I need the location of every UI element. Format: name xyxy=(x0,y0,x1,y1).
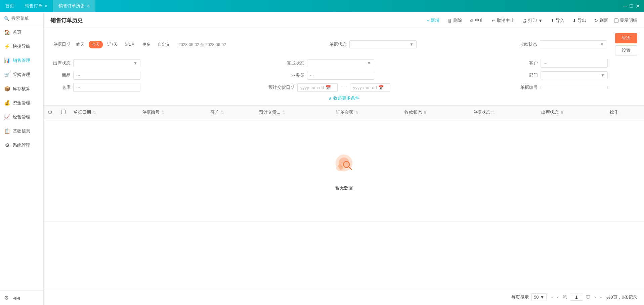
sidebar-item-sales[interactable]: 📊 销售管理 xyxy=(0,53,43,68)
customer-input[interactable]: ··· xyxy=(541,59,608,68)
page-first-button[interactable]: « xyxy=(549,294,554,300)
sidebar-settings-icon[interactable]: ⚙ xyxy=(4,295,9,301)
col-operation: 操作 xyxy=(606,106,644,119)
sidebar-item-system[interactable]: ⚙ 系统管理 xyxy=(0,138,43,152)
col-date: 单据日期 ⇅ xyxy=(70,106,138,119)
status-select[interactable]: ▼ xyxy=(349,40,417,48)
cancel-stop-button[interactable]: ↩ 取消中止 xyxy=(490,16,516,25)
status-filter-label: 单据状态 xyxy=(327,41,347,47)
sidebar-item-inventory[interactable]: 📦 库存核算 xyxy=(0,82,43,96)
date-btn-today[interactable]: 今天 xyxy=(89,41,103,48)
date-from-placeholder: yyyy-mm-dd xyxy=(300,85,324,90)
tab-sales-order-close[interactable]: ✕ xyxy=(44,4,48,8)
dept-arrow-icon: ▼ xyxy=(601,73,605,78)
dept-select[interactable]: ▼ xyxy=(541,71,608,79)
import-button[interactable]: ⬆ 导入 xyxy=(549,16,566,25)
sort-amount-icon[interactable]: ⇅ xyxy=(355,111,358,114)
col-warehouse: 出库状态 ⇅ xyxy=(537,106,606,119)
tab-home[interactable]: 首页 xyxy=(0,0,19,12)
tab-sales-order[interactable]: 销售订单 ✕ xyxy=(19,0,53,12)
page-header: 销售订单历史 + 新增 🗑 删除 ⊘ 中止 ↩ 取消中止 xyxy=(44,12,644,29)
salesperson-filter-label: 业务员 xyxy=(284,72,304,78)
calendar-to-icon[interactable]: 📅 xyxy=(378,85,384,90)
sidebar-item-shortcut[interactable]: ⚡ 快捷导航 xyxy=(0,39,43,53)
settings-button[interactable]: 设置 xyxy=(615,45,637,55)
delete-icon: 🗑 xyxy=(447,18,452,23)
table-select-all-checkbox[interactable] xyxy=(61,110,66,114)
sort-customer-icon[interactable]: ⇅ xyxy=(221,111,224,114)
sidebar-item-home[interactable]: 🏠 首页 xyxy=(0,25,43,39)
sidebar-item-basic[interactable]: 📋 基础信息 xyxy=(0,124,43,138)
empty-state-cell: 暂无数据 xyxy=(44,119,644,222)
sidebar-item-finance[interactable]: 💰 资金管理 xyxy=(0,96,43,110)
sort-expected-icon[interactable]: ⇅ xyxy=(282,111,285,114)
import-icon: ⬆ xyxy=(551,18,554,23)
salesperson-more-icon: ··· xyxy=(310,73,314,78)
sidebar-collapse-icon[interactable]: ◀◀ xyxy=(13,295,20,301)
query-button[interactable]: 查询 xyxy=(615,33,637,43)
customer-more-icon: ··· xyxy=(544,61,548,66)
receipt-select[interactable]: ▼ xyxy=(540,40,607,48)
date-btn-custom[interactable]: 自定义 xyxy=(155,41,173,48)
collapse-row[interactable]: ∧ 收起更多条件 xyxy=(50,95,637,101)
page-last-button[interactable]: » xyxy=(598,294,603,300)
page-prev-button[interactable]: ‹ xyxy=(556,294,560,300)
date-to-placeholder: yyyy-mm-dd xyxy=(353,85,377,90)
refresh-button[interactable]: ↻ 刷新 xyxy=(592,16,610,25)
date-btn-7days[interactable]: 近7天 xyxy=(104,41,121,48)
print-icon: 🖨 xyxy=(522,18,527,23)
goods-input[interactable]: ··· xyxy=(73,71,140,80)
sort-bill-icon[interactable]: ⇅ xyxy=(492,111,495,114)
date-btn-1month[interactable]: 近1月 xyxy=(122,41,138,48)
page-size-select[interactable]: 50 ▼ xyxy=(531,293,547,301)
date-btn-more[interactable]: 更多 xyxy=(139,41,154,48)
show-detail-label: 显示明细 xyxy=(620,17,637,24)
calendar-from-icon[interactable]: 📅 xyxy=(326,85,331,90)
page-next-button[interactable]: › xyxy=(593,294,597,300)
window-close-button[interactable]: ✕ xyxy=(636,3,640,9)
warehouse-filter-label: 出库状态 xyxy=(50,60,71,66)
col-customer: 客户 ⇅ xyxy=(207,106,255,119)
sort-date-icon[interactable]: ⇅ xyxy=(93,111,96,114)
empty-illustration xyxy=(329,149,359,180)
sort-no-icon[interactable]: ⇅ xyxy=(161,111,164,114)
sidebar-item-operations[interactable]: 📈 经营管理 xyxy=(0,110,43,124)
home-icon: 🏠 xyxy=(4,29,10,35)
sort-warehouse-icon[interactable]: ⇅ xyxy=(561,111,563,114)
warehouse2-input[interactable]: ··· xyxy=(73,83,140,92)
orderno-input[interactable] xyxy=(541,86,608,89)
warehouse-select[interactable]: ▼ xyxy=(73,59,140,67)
window-max-button[interactable]: □ xyxy=(630,3,633,9)
new-button[interactable]: + 新增 xyxy=(425,16,442,25)
date-to-input[interactable]: yyyy-mm-dd 📅 xyxy=(350,83,390,92)
tab-sales-history[interactable]: 销售订单历史 ✕ xyxy=(53,0,95,12)
show-detail-checkbox-label[interactable]: 显示明细 xyxy=(614,17,637,24)
empty-row: 暂无数据 xyxy=(44,119,644,222)
refresh-label: 刷新 xyxy=(599,17,608,24)
complete-select[interactable]: ▼ xyxy=(307,59,374,67)
page-number-input[interactable] xyxy=(570,294,583,301)
col-no: 单据编号 ⇅ xyxy=(138,106,207,119)
stop-button[interactable]: ⊘ 中止 xyxy=(468,16,486,25)
sidebar-search[interactable]: 🔍 搜索菜单 xyxy=(0,12,43,25)
table-settings-icon[interactable]: ⚙ xyxy=(48,109,52,115)
date-from-input[interactable]: yyyy-mm-dd 📅 xyxy=(297,83,338,92)
search-icon: 🔍 xyxy=(4,16,9,21)
col-expected: 预计交货... ⇅ xyxy=(255,106,332,119)
sort-receipt-icon[interactable]: ⇅ xyxy=(424,111,426,114)
print-button[interactable]: 🖨 打印 ▼ xyxy=(520,16,545,25)
export-button[interactable]: ⬇ 导出 xyxy=(570,16,588,25)
tab-sales-history-close[interactable]: ✕ xyxy=(87,4,90,8)
sidebar-item-purchase[interactable]: 🛒 采购管理 xyxy=(0,68,43,82)
salesperson-input[interactable]: ··· xyxy=(307,71,374,80)
date-btn-yesterday[interactable]: 昨天 xyxy=(73,41,87,48)
cancel-stop-label: 取消中止 xyxy=(497,17,514,24)
delete-button[interactable]: 🗑 删除 xyxy=(445,16,464,25)
sales-icon: 📊 xyxy=(4,58,10,64)
stop-label: 中止 xyxy=(475,17,484,24)
top-bar: 首页 销售订单 ✕ 销售订单历史 ✕ ─ □ ✕ xyxy=(0,0,644,12)
window-min-button[interactable]: ─ xyxy=(623,3,627,9)
date-quick-selector: 昨天 今天 近7天 近1月 更多 自定义 xyxy=(73,41,173,48)
show-detail-checkbox[interactable] xyxy=(614,18,618,23)
new-icon: + xyxy=(427,18,430,23)
